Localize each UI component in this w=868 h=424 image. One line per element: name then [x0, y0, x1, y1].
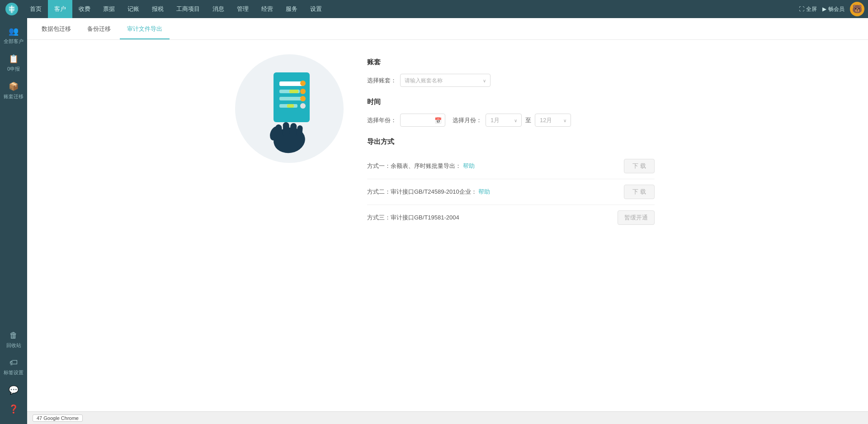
bottom-bar: 47 Google Chrome — [27, 411, 868, 424]
year-label: 选择年份： — [367, 116, 396, 124]
account-label: 选择账套： — [367, 76, 396, 85]
svg-point-14 — [300, 96, 306, 101]
member-icon: ▶ — [822, 6, 826, 12]
nav-item-message[interactable]: 消息 — [206, 0, 231, 18]
fullscreen-label: 全屏 — [806, 5, 817, 13]
month-end-select[interactable]: 1月 2月 3月 4月 5月 6月 7月 8月 9月 10月 11月 12月 — [535, 114, 571, 127]
nav-item-home[interactable]: 首页 — [24, 0, 48, 18]
nav-item-accounting[interactable]: 记账 — [121, 0, 146, 18]
month-end-wrapper: 1月 2月 3月 4月 5月 6月 7月 8月 9月 10月 11月 12月 — [535, 114, 571, 127]
member-button[interactable]: ▶ 畅会员 — [822, 5, 844, 13]
svg-rect-10 — [279, 97, 302, 100]
top-nav-right: ⛶ 全屏 ▶ 畅会员 🐻 — [799, 2, 864, 16]
export-method-2: 方式二：审计接口GB/T24589-2010企业： 帮助 下 载 — [367, 179, 655, 205]
export-method-2-download-button[interactable]: 下 载 — [624, 185, 655, 199]
tag-settings-icon: 🏷 — [9, 358, 18, 367]
nav-item-business[interactable]: 工商项目 — [170, 0, 206, 18]
nav-item-clients[interactable]: 客户 — [48, 0, 72, 18]
account-select-wrapper: 请输入账套名称 — [400, 74, 491, 87]
nav-item-service[interactable]: 服务 — [279, 0, 304, 18]
svg-point-13 — [300, 89, 306, 94]
sidebar-item-all-clients[interactable]: 👥 全部客户 — [0, 22, 27, 49]
month-label: 选择月份： — [453, 116, 482, 124]
month-start-wrapper: 1月 2月 3月 4月 5月 6月 7月 8月 9月 10月 11月 12月 — [486, 114, 522, 127]
nav-item-operation[interactable]: 经营 — [255, 0, 279, 18]
account-section-title: 账套 — [367, 58, 655, 67]
export-method-2-help-link[interactable]: 帮助 — [478, 188, 490, 195]
illustration-area — [226, 54, 353, 163]
export-method-1-download-button[interactable]: 下 载 — [624, 159, 655, 173]
sidebar-item-tag-settings-label: 标签设置 — [4, 369, 24, 376]
svg-rect-17 — [287, 104, 294, 108]
nav-item-bills[interactable]: 票据 — [97, 0, 121, 18]
sidebar-item-recycle[interactable]: 🗑 回收站 — [0, 326, 27, 353]
logo[interactable] — [4, 1, 20, 17]
fullscreen-icon: ⛶ — [799, 6, 804, 12]
export-method-3: 方式三：审计接口GB/T19581-2004 暂缓开通 — [367, 205, 655, 230]
nav-items: 首页 客户 收费 票据 记账 报税 工商项目 消息 管理 经营 服务 设置 — [24, 0, 799, 18]
support-icon[interactable]: ❓ — [0, 400, 27, 419]
fullscreen-button[interactable]: ⛶ 全屏 — [799, 5, 817, 13]
account-form-row: 选择账套： 请输入账套名称 — [367, 74, 655, 87]
export-method-1-text: 方式一：余额表、序时账批量导出： 帮助 — [367, 162, 475, 170]
illustration-circle — [235, 54, 344, 163]
sidebar-item-account-migration-label: 账套迁移 — [4, 93, 24, 100]
sidebar-item-zero-declaration[interactable]: 📋 0申报 — [0, 49, 27, 77]
time-form-row: 选择年份： 2023 📅 选择月份： 1月 2月 3月 4月 5月 6 — [367, 114, 655, 127]
export-method-3-text: 方式三：审计接口GB/T19581-2004 — [367, 214, 459, 222]
svg-rect-5 — [290, 123, 297, 137]
month-start-select[interactable]: 1月 2月 3月 4月 5月 6月 7月 8月 9月 10月 11月 12月 — [486, 114, 522, 127]
sidebar-item-account-migration[interactable]: 📦 账套迁移 — [0, 77, 27, 105]
year-input[interactable]: 2023 — [400, 114, 445, 127]
sidebar-item-tag-settings[interactable]: 🏷 标签设置 — [0, 353, 27, 381]
sidebar-bottom: 🗑 回收站 🏷 标签设置 💬 ❓ — [0, 326, 27, 424]
nav-item-fees[interactable]: 收费 — [72, 0, 97, 18]
year-input-wrapper: 2023 📅 — [400, 114, 445, 127]
sidebar: 👥 全部客户 📋 0申报 📦 账套迁移 🗑 回收站 🏷 标签设置 💬 ❓ — [0, 18, 27, 424]
user-avatar[interactable]: 🐻 — [850, 2, 864, 16]
zero-declaration-icon: 📋 — [9, 54, 19, 64]
account-select[interactable] — [400, 74, 491, 87]
illustration-svg — [253, 63, 326, 154]
tab-audit-export[interactable]: 审计文件导出 — [120, 19, 170, 39]
main-layout: 👥 全部客户 📋 0申报 📦 账套迁移 🗑 回收站 🏷 标签设置 💬 ❓ — [0, 18, 868, 424]
bottom-bar-label: 47 Google Chrome — [33, 414, 83, 422]
svg-point-15 — [300, 103, 306, 109]
to-label: 至 — [525, 116, 531, 124]
tab-bar: 数据包迁移 备份迁移 审计文件导出 — [27, 18, 868, 40]
account-migration-icon: 📦 — [9, 81, 19, 91]
svg-rect-4 — [283, 122, 289, 137]
svg-point-12 — [300, 81, 306, 86]
export-method-2-text: 方式二：审计接口GB/T24589-2010企业： 帮助 — [367, 188, 490, 196]
member-label: 畅会员 — [828, 5, 844, 13]
nav-item-tax[interactable]: 报税 — [146, 0, 170, 18]
sidebar-item-recycle-label: 回收站 — [6, 342, 21, 349]
form-area: 账套 选择账套： 请输入账套名称 时间 选择年份： 2023 — [353, 54, 669, 230]
page-content: 账套 选择账套： 请输入账套名称 时间 选择年份： 2023 — [27, 40, 868, 411]
export-method-1-help-link[interactable]: 帮助 — [463, 162, 475, 169]
sidebar-item-all-clients-label: 全部客户 — [4, 38, 24, 45]
tab-backup-migration[interactable]: 备份迁移 — [80, 19, 118, 39]
export-method-1: 方式一：余额表、序时账批量导出： 帮助 下 载 — [367, 153, 655, 179]
sidebar-item-zero-declaration-label: 0申报 — [7, 66, 20, 72]
top-navigation: 首页 客户 收费 票据 记账 报税 工商项目 消息 管理 经营 服务 设置 ⛶ … — [0, 0, 868, 18]
export-method-3-open-button[interactable]: 暂缓开通 — [618, 210, 655, 225]
tab-data-migration[interactable]: 数据包迁移 — [34, 19, 78, 39]
export-section-title: 导出方式 — [367, 138, 655, 146]
nav-item-settings[interactable]: 设置 — [304, 0, 328, 18]
content-area: 数据包迁移 备份迁移 审计文件导出 — [27, 18, 868, 424]
all-clients-icon: 👥 — [9, 26, 19, 36]
nav-item-manage[interactable]: 管理 — [231, 0, 255, 18]
time-section-title: 时间 — [367, 98, 655, 106]
svg-rect-16 — [289, 90, 298, 93]
help-icon[interactable]: 💬 — [0, 381, 27, 400]
recycle-icon: 🗑 — [9, 331, 18, 340]
